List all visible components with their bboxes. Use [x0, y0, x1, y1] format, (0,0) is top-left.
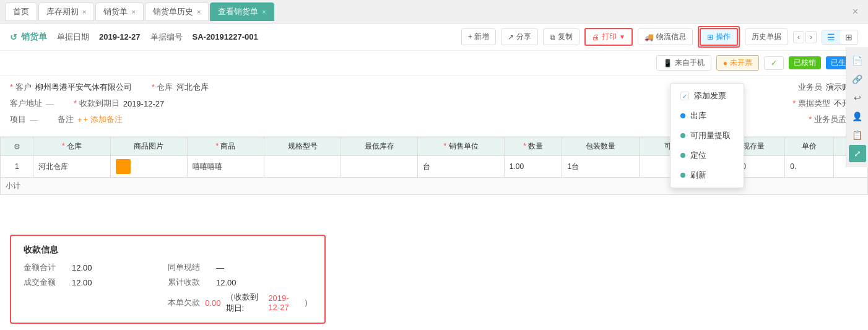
sidebar-expand-icon[interactable]: ⤢ [849, 145, 866, 162]
logistics-button[interactable]: 🚚 物流信息 [638, 28, 693, 45]
col-spec: 规格型号 [264, 137, 341, 156]
img-cell [110, 156, 187, 178]
col-min-stock: 最低库存 [341, 137, 418, 156]
col-img: 商品图片 [110, 137, 187, 156]
dot-teal-icon-2 [680, 153, 685, 158]
available-qty-label: 可用量提取 [690, 130, 731, 141]
print-label: 打印 [602, 32, 617, 42]
same-order-row: 同单现结 — [168, 262, 312, 273]
tab-view-sales-close[interactable]: × [262, 8, 266, 15]
due-date: 2019-12-27 [268, 293, 299, 312]
cumulative-label: 累计收款 [168, 277, 211, 288]
new-label: + 新增 [468, 32, 489, 42]
add-invoice-item[interactable]: ✓ 添加发票 [671, 86, 744, 106]
sidebar-user-icon[interactable]: 👤 [849, 108, 866, 125]
col-qty: * 数量 [504, 137, 562, 156]
operate-highlight: ⊞ 操作 [698, 26, 740, 48]
tab-inventory-close[interactable]: × [82, 8, 86, 15]
cumulative-value: 12.00 [216, 278, 237, 287]
tab-sales[interactable]: 销货单 × [95, 2, 143, 21]
copy-label: 复制 [558, 32, 573, 42]
sidebar-clip-icon[interactable]: 📋 [849, 126, 866, 144]
available-qty-item[interactable]: 可用量提取 [671, 126, 744, 145]
next-button[interactable]: › [805, 31, 817, 43]
toolbar2: 📱 来自手机 ● 未开票 ✓ 已核销 已生效 [0, 51, 868, 76]
operate-dropdown: ✓ 添加发票 出库 可用量提取 定位 刷新 [670, 83, 744, 188]
tab-view-sales[interactable]: 查看销货单 × [210, 2, 274, 21]
col-price: 单价 [785, 137, 833, 156]
outbound-item[interactable]: 出库 [671, 106, 744, 126]
history-button[interactable]: 历史单据 [745, 28, 788, 45]
sidebar-doc-icon[interactable]: 📄 [849, 52, 866, 69]
gear-icon[interactable]: ⚙ [14, 142, 20, 151]
refresh-item[interactable]: 刷新 [671, 165, 744, 185]
mobile-icon: 📱 [663, 59, 672, 67]
customer-field: 客户 柳州粤港平安气体有限公司 [10, 82, 132, 93]
min-stock-cell [341, 156, 418, 178]
mobile-button[interactable]: 📱 来自手机 [656, 55, 711, 71]
copy-icon: ⧉ [550, 33, 555, 41]
col-unit: * 销售单位 [418, 137, 504, 156]
share-button[interactable]: ↗ 分享 [501, 28, 538, 45]
print-button[interactable]: 🖨 打印 ▼ [584, 28, 633, 46]
payment-date-value: 2019-12-27 [123, 99, 165, 108]
note-label: 备注 [58, 114, 74, 125]
seq-cell: 1 [1, 156, 33, 178]
tab-sales-history[interactable]: 销货单历史 × [145, 2, 209, 21]
tab-home[interactable]: 首页 [5, 2, 37, 21]
operate-button[interactable]: ⊞ 操作 [700, 28, 738, 46]
new-button[interactable]: + 新增 [461, 28, 496, 45]
operate-label: 操作 [716, 32, 731, 42]
tab-sales-history-close[interactable]: × [197, 8, 201, 15]
tab-view-sales-label: 查看销货单 [218, 6, 258, 17]
address-field: 客户地址 — [10, 98, 54, 109]
cumulative-row: 累计收款 12.00 [168, 277, 312, 288]
checkbox-icon: ✓ [680, 92, 689, 100]
col-product: * 商品 [187, 137, 264, 156]
outbound-label: 出库 [690, 110, 706, 121]
list-view-button[interactable]: ☰ [822, 30, 840, 44]
doc-type: ↺ 销货单 [10, 32, 47, 43]
unopened-label: 未开票 [730, 58, 752, 68]
payment-date-label: 收款到期日 [74, 98, 119, 109]
check-button[interactable]: ✓ [764, 56, 784, 70]
tab-inventory[interactable]: 库存期初 × [38, 2, 94, 21]
prev-button[interactable]: ‹ [793, 31, 804, 43]
same-order-label: 同单现结 [168, 262, 211, 273]
sidebar-link-icon[interactable]: 🔗 [849, 71, 866, 88]
pkg-cell: 1台 [562, 156, 639, 178]
amount-label: 金额合计 [24, 262, 67, 273]
product-image [116, 159, 131, 174]
view-toggle: ☰ ⊞ [822, 30, 858, 45]
project-label: 项目 [10, 114, 26, 125]
copy-button[interactable]: ⧉ 复制 [543, 28, 579, 45]
payment-date-field: 收款到期日 2019-12-27 [74, 98, 164, 109]
window-close-button[interactable]: × [848, 6, 863, 17]
unit-cell: 台 [418, 156, 504, 178]
locate-item[interactable]: 定位 [671, 145, 744, 165]
col-warehouse: * 仓库 [33, 137, 110, 156]
tab-inventory-label: 库存期初 [46, 6, 79, 17]
price-cell: 0. [785, 156, 833, 178]
date-value: 2019-12-27 [99, 32, 141, 41]
due-note: （收款到期日: [226, 292, 264, 314]
warehouse-field: 仓库 河北仓库 [152, 82, 209, 93]
sidebar-reply-icon[interactable]: ↩ [849, 89, 866, 106]
customer-value: 柳州粤港平安气体有限公司 [35, 82, 132, 93]
amount-value: 12.00 [72, 263, 92, 272]
col-gear: ⚙ [1, 137, 33, 156]
plus-icon: + [77, 115, 82, 124]
deal-label: 成交金额 [24, 277, 67, 288]
qty-cell: 1.00 [504, 156, 562, 178]
add-note-button[interactable]: + + 添加备注 [77, 114, 123, 125]
logistics-label: 物流信息 [656, 32, 686, 42]
due-end: ） [304, 297, 312, 308]
unopened-button[interactable]: ● 未开票 [716, 55, 759, 71]
share-icon: ↗ [508, 33, 514, 41]
add-note-label: + 添加备注 [84, 114, 123, 125]
tab-sales-label: 销货单 [103, 6, 128, 17]
nav-arrows: ‹ › [793, 31, 817, 43]
close-icon[interactable]: × [848, 6, 863, 17]
tab-sales-close[interactable]: × [131, 8, 135, 15]
grid-view-button[interactable]: ⊞ [840, 30, 857, 44]
